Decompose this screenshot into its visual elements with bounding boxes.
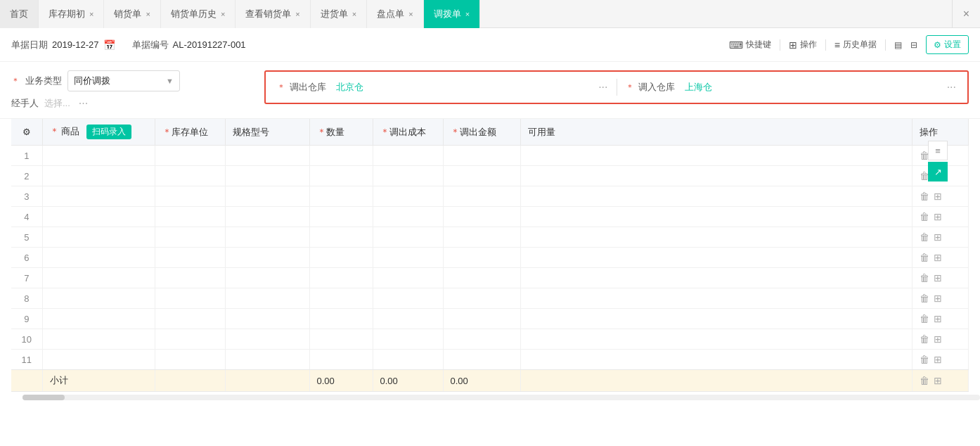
row-delete-btn-11[interactable]: 🗑 [920, 354, 929, 365]
row-qty-9[interactable] [309, 309, 373, 329]
history-btn[interactable]: ≡ 历史单据 [834, 39, 877, 51]
row-unit-11[interactable] [155, 350, 225, 370]
settings-button[interactable]: ⚙ 设置 [926, 35, 969, 54]
row-cost-7[interactable] [373, 268, 443, 288]
row-available-8[interactable] [520, 288, 913, 309]
row-amount-9[interactable] [443, 309, 520, 329]
row-spec-7[interactable] [225, 268, 309, 288]
row-unit-2[interactable] [155, 166, 225, 186]
row-cost-10[interactable] [373, 329, 443, 350]
row-spec-5[interactable] [225, 227, 309, 248]
row-cost-1[interactable] [373, 146, 443, 166]
row-qty-2[interactable] [309, 166, 373, 186]
row-delete-btn-9[interactable]: 🗑 [920, 313, 929, 324]
wh-in-value[interactable]: 上海仓 [685, 81, 712, 94]
row-spec-8[interactable] [225, 288, 309, 309]
row-product-4[interactable] [42, 207, 155, 227]
row-copy-btn-4[interactable]: ⊞ [934, 211, 942, 222]
row-copy-btn-9[interactable]: ⊞ [934, 313, 942, 324]
row-unit-4[interactable] [155, 207, 225, 227]
row-product-9[interactable] [42, 309, 155, 329]
wh-out-more-btn[interactable]: ··· [598, 81, 607, 94]
row-available-5[interactable] [520, 227, 913, 248]
float-export-btn[interactable]: ↗ [928, 162, 948, 181]
row-product-8[interactable] [42, 288, 155, 309]
row-cost-2[interactable] [373, 166, 443, 186]
tab-close-view-sales[interactable]: × [295, 10, 299, 18]
calendar-icon[interactable]: 📅 [103, 39, 115, 51]
tab-close-inventory-check[interactable]: × [408, 10, 413, 18]
row-copy-btn-11[interactable]: ⊞ [934, 354, 942, 365]
row-spec-1[interactable] [225, 146, 309, 166]
row-cost-9[interactable] [373, 309, 443, 329]
row-amount-5[interactable] [443, 227, 520, 248]
row-copy-btn-5[interactable]: ⊞ [934, 231, 942, 243]
row-cost-6[interactable] [373, 248, 443, 268]
float-note-btn[interactable]: ≡ [928, 141, 948, 160]
row-qty-1[interactable] [309, 146, 373, 166]
row-available-2[interactable] [520, 166, 913, 186]
row-unit-10[interactable] [155, 329, 225, 350]
row-qty-10[interactable] [309, 329, 373, 350]
tab-close-transfer-order[interactable]: × [465, 10, 470, 18]
row-unit-1[interactable] [155, 146, 225, 166]
person-input[interactable]: 选择... [44, 97, 70, 110]
row-amount-10[interactable] [443, 329, 520, 350]
tab-inventory-init[interactable]: 库存期初 × [39, 0, 104, 28]
row-unit-6[interactable] [155, 248, 225, 268]
row-available-1[interactable] [520, 146, 913, 166]
row-copy-btn-7[interactable]: ⊞ [934, 272, 942, 283]
subtotal-copy-btn[interactable]: ⊞ [934, 375, 942, 386]
wh-in-more-btn[interactable]: ··· [947, 81, 956, 94]
operation-btn[interactable]: ⊞ 操作 [789, 39, 817, 51]
tab-transfer-order[interactable]: 调拨单 × [424, 0, 480, 28]
row-amount-3[interactable] [443, 186, 520, 207]
row-unit-5[interactable] [155, 227, 225, 248]
tab-sales-history[interactable]: 销货单历史 × [161, 0, 236, 28]
row-qty-4[interactable] [309, 207, 373, 227]
row-spec-6[interactable] [225, 248, 309, 268]
row-product-10[interactable] [42, 329, 155, 350]
row-amount-11[interactable] [443, 350, 520, 370]
row-delete-btn-6[interactable]: 🗑 [920, 252, 929, 263]
row-cost-5[interactable] [373, 227, 443, 248]
tab-purchase-order[interactable]: 进货单 × [311, 0, 367, 28]
row-spec-11[interactable] [225, 350, 309, 370]
tab-close-purchase-order[interactable]: × [352, 10, 356, 18]
row-amount-8[interactable] [443, 288, 520, 309]
row-delete-btn-5[interactable]: 🗑 [920, 231, 929, 243]
row-available-6[interactable] [520, 248, 913, 268]
row-unit-3[interactable] [155, 186, 225, 207]
row-amount-1[interactable] [443, 146, 520, 166]
row-available-11[interactable] [520, 350, 913, 370]
row-unit-7[interactable] [155, 268, 225, 288]
scroll-track[interactable] [11, 395, 969, 400]
row-qty-11[interactable] [309, 350, 373, 370]
row-qty-3[interactable] [309, 186, 373, 207]
row-product-6[interactable] [42, 248, 155, 268]
row-delete-btn-3[interactable]: 🗑 [920, 191, 929, 202]
row-cost-11[interactable] [373, 350, 443, 370]
wh-out-value[interactable]: 北京仓 [336, 81, 363, 94]
row-qty-7[interactable] [309, 268, 373, 288]
business-type-select[interactable]: 同价调拨 ▼ [67, 70, 180, 91]
row-amount-7[interactable] [443, 268, 520, 288]
row-available-9[interactable] [520, 309, 913, 329]
row-product-11[interactable] [42, 350, 155, 370]
row-cost-3[interactable] [373, 186, 443, 207]
row-qty-8[interactable] [309, 288, 373, 309]
row-product-3[interactable] [42, 186, 155, 207]
subtotal-delete-btn[interactable]: 🗑 [920, 375, 929, 386]
row-qty-5[interactable] [309, 227, 373, 248]
row-unit-9[interactable] [155, 309, 225, 329]
tab-inventory-check[interactable]: 盘点单 × [367, 0, 423, 28]
row-spec-9[interactable] [225, 309, 309, 329]
row-delete-btn-8[interactable]: 🗑 [920, 293, 929, 304]
row-qty-6[interactable] [309, 248, 373, 268]
row-copy-btn-3[interactable]: ⊞ [934, 191, 942, 202]
row-copy-btn-10[interactable]: ⊞ [934, 333, 942, 345]
row-available-10[interactable] [520, 329, 913, 350]
person-more-btn[interactable]: ··· [79, 97, 88, 110]
row-cost-8[interactable] [373, 288, 443, 309]
row-spec-3[interactable] [225, 186, 309, 207]
